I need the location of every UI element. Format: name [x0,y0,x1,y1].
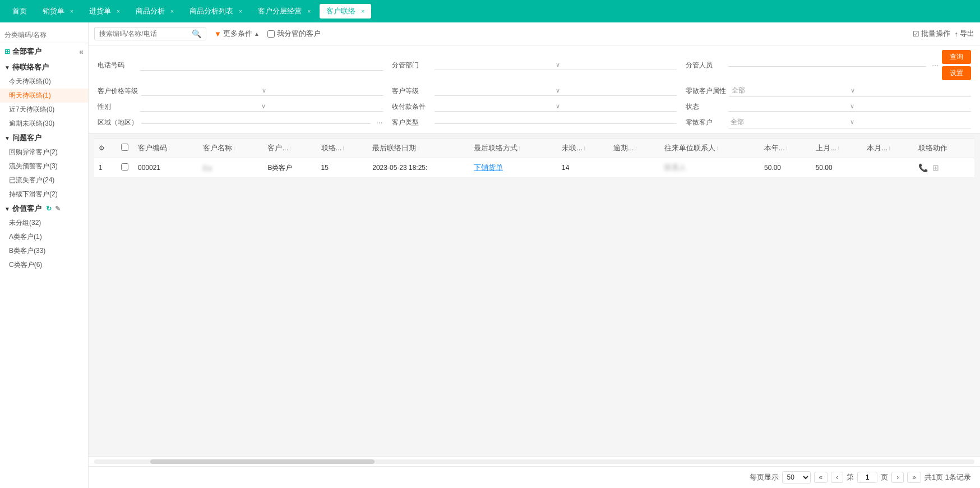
nav-home[interactable]: 首页 [6,4,34,19]
sidebar-group-value[interactable]: ▼ 价值客户 ↻ ✎ [0,201,88,216]
my-customers-checkbox-label[interactable]: 我分管的客户 [267,29,321,39]
my-customers-checkbox[interactable] [267,30,275,38]
filter-payment-select[interactable]: ∨ [434,102,677,112]
query-button[interactable]: 查询 [942,50,971,64]
col-check[interactable] [117,139,133,158]
nav-tier-close[interactable]: × [307,8,311,15]
grid-icon: ⊞ [4,48,10,56]
select-all-checkbox[interactable] [121,144,128,151]
row-last-method[interactable]: 下销货单 [469,158,557,178]
nav-goods-analysis-close[interactable]: × [170,8,174,15]
sidebar-item-week[interactable]: 近7天待联络(0) [0,103,88,117]
col-gear[interactable]: ⚙ [94,139,117,158]
toolbar: 🔍 ▼ 更多条件 ▲ 我分管的客户 ☑ 批量操作 ↑ 导出 [89,22,980,45]
col-last-date[interactable]: 最后联络日期⁞ [368,139,469,158]
sidebar-item-ungrouped[interactable]: 未分组(32) [0,216,88,230]
sidebar-group-pending[interactable]: ▼ 待联络客户 [0,60,88,75]
col-overdue[interactable]: 逾期...⁞ [609,139,660,158]
last-page-btn[interactable]: » [907,472,921,483]
row-name[interactable]: Ea [198,158,264,178]
sidebar-item-declining[interactable]: 持续下滑客户(2) [0,187,88,201]
col-contact-count[interactable]: 联络...⁞ [317,139,368,158]
col-last-method[interactable]: 最后联络方式⁞ [469,139,557,158]
sidebar-item-class-a[interactable]: A类客户(1) [0,230,88,244]
sort-ctype: ⁞ [289,145,291,151]
sidebar-item-repurchase[interactable]: 回购异常客户(2) [0,145,88,159]
next-page-btn[interactable]: › [891,472,904,483]
filter-dept-label: 分管部门 [392,61,431,70]
col-contact-person[interactable]: 往来单位联系人⁞ [660,139,760,158]
col-this-month[interactable]: 本月...⁞ [862,139,914,158]
first-page-btn[interactable]: « [814,472,828,483]
sidebar-item-class-c[interactable]: C类客户(6) [0,258,88,272]
sidebar-item-today[interactable]: 今天待联络(0) [0,75,88,89]
grid-action-icon[interactable]: ⊞ [932,163,939,172]
sidebar-item-tomorrow[interactable]: 明天待联络(1) [0,89,88,103]
filter-dept: 分管部门 ∨ [392,50,677,80]
nav-customer-contact[interactable]: 客户联络 × [320,4,371,19]
edit-icon[interactable]: ✎ [55,205,61,213]
row-check[interactable] [117,158,133,178]
sidebar-group-problem[interactable]: ▼ 问题客户 [0,131,88,145]
col-this-year[interactable]: 本年...⁞ [760,139,811,158]
per-page-select[interactable]: 50 100 200 [782,471,811,484]
filter-phone-input[interactable] [140,60,383,71]
col-code[interactable]: 客户编码⁞ [133,139,198,158]
filter-retail-customer-label: 零散客户 [686,118,725,127]
sidebar-collapse-btn[interactable]: « [79,47,84,56]
sidebar-item-churn-warning[interactable]: 流失预警客户(3) [0,159,88,173]
filter-customer-type-select[interactable] [434,121,677,124]
page-suffix: 页 [881,472,888,482]
prev-page-btn[interactable]: ‹ [831,472,843,483]
all-customers-title[interactable]: ⊞ 全部客户 « [0,43,88,60]
filter-retail-customer-select[interactable]: 全部 ∨ [728,116,971,128]
region-dots-btn[interactable]: ··· [376,118,383,127]
filter-status-select[interactable]: ∨ [728,102,971,112]
col-last-month[interactable]: 上月...⁞ [811,139,863,158]
reset-button[interactable]: 设置 [942,66,971,80]
search-input[interactable] [99,30,192,38]
phone-action-icon[interactable]: 📞 [918,163,928,172]
filter-manager-label: 分管人员 [686,61,725,70]
col-customer-type[interactable]: 客户...⁞ [263,139,316,158]
filter-retail-attr-select[interactable]: 全部 ∨ [729,85,971,97]
nav-customer-tier[interactable]: 客户分层经营 × [251,4,317,19]
more-conditions-btn[interactable]: ▼ 更多条件 ▲ [211,27,263,40]
row-checkbox[interactable] [121,163,128,171]
nav-goods-analysis[interactable]: 商品分析 × [129,4,181,19]
sidebar-item-overdue[interactable]: 逾期未联络(30) [0,117,88,131]
batch-operations-btn[interactable]: ☑ 批量操作 [913,29,950,39]
manager-dots-btn[interactable]: ··· [932,61,939,70]
col-not-contact[interactable]: 未联...⁞ [557,139,609,158]
filter-manager-select[interactable] [728,64,926,67]
nav-goods-analysis-list[interactable]: 商品分析列表 × [183,4,249,19]
nav-goods-list-close[interactable]: × [239,8,242,15]
filter-level-select[interactable]: ∨ [434,86,677,96]
filter-price-select[interactable]: ∨ [141,86,383,96]
toolbar-search-icon[interactable]: 🔍 [192,29,201,38]
filter-panel: 电话号码 分管部门 ∨ 分管人员 ··· 查询 设置 [89,45,980,133]
refresh-icon[interactable]: ↻ [46,205,52,213]
export-btn[interactable]: ↑ 导出 [955,29,975,39]
sidebar-item-class-b[interactable]: B类客户(33) [0,244,88,258]
nav-sales[interactable]: 销货单 × [36,4,80,19]
nav-sales-close[interactable]: × [70,8,73,15]
sort-contact: ⁞ [343,145,344,151]
dept-chevron: ∨ [556,61,674,68]
filter-dept-select[interactable]: ∨ [434,60,677,70]
scroll-track [94,459,974,464]
sidebar-item-churned[interactable]: 已流失客户(24) [0,173,88,187]
page-input[interactable] [857,472,877,483]
sort-ncontact: ⁞ [584,145,585,151]
filter-region-select[interactable] [141,121,371,124]
sidebar-search-input[interactable] [4,31,89,39]
sort-date: ⁞ [417,145,419,151]
toolbar-right: ☑ 批量操作 ↑ 导出 [913,29,975,39]
nav-purchase-close[interactable]: × [117,8,120,15]
filter-phone: 电话号码 [98,50,383,80]
filter-gender-select[interactable]: ∨ [140,102,383,112]
nav-purchase[interactable]: 进货单 × [82,4,127,19]
nav-contact-close[interactable]: × [361,8,364,15]
col-name[interactable]: 客户名称⁞ [198,139,264,158]
scroll-thumb[interactable] [150,459,375,464]
